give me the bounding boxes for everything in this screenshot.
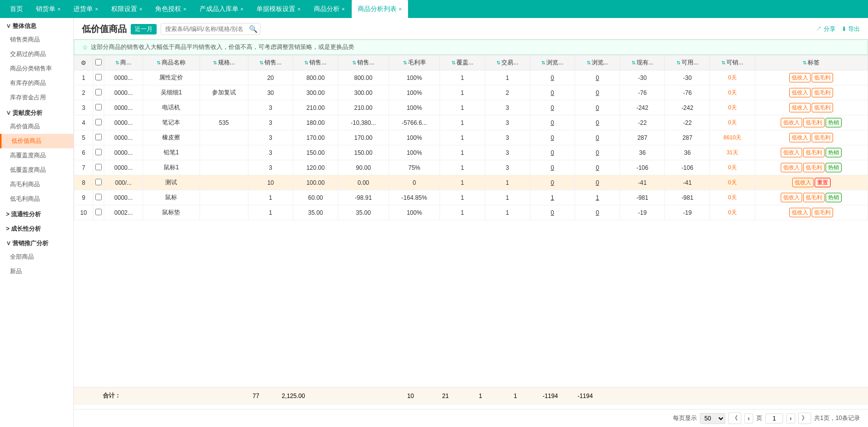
cell-browse1[interactable]: 0 — [530, 70, 575, 85]
cell-browse1[interactable]: 0 — [530, 115, 575, 130]
date-filter-btn[interactable]: 近一月 — [131, 24, 157, 34]
close-template[interactable]: × — [297, 6, 300, 12]
th-sale1[interactable]: ⇅销售... — [248, 55, 293, 70]
sidebar-item-all-goods[interactable]: 全部商品 — [0, 250, 73, 264]
th-margin[interactable]: ⇅毛利率 — [389, 55, 440, 70]
cell-checkbox[interactable] — [93, 85, 104, 100]
close-product-list[interactable]: × — [399, 6, 402, 12]
sidebar-item-low-coverage[interactable]: 低覆盖度商品 — [0, 163, 73, 177]
browse1-link[interactable]: 1 — [551, 194, 554, 201]
sidebar-item-sales-goods[interactable]: 销售类商品 — [0, 32, 73, 47]
sidebar-item-traded-goods[interactable]: 交易过的商品 — [0, 47, 73, 61]
browse1-link[interactable]: 0 — [551, 134, 554, 141]
cell-checkbox[interactable] — [93, 70, 104, 85]
browse2-link[interactable]: 1 — [596, 194, 599, 201]
cell-checkbox[interactable] — [93, 130, 104, 145]
th-trade[interactable]: ⇅交易... — [485, 55, 530, 70]
next-page-btn[interactable]: › — [786, 414, 795, 424]
sidebar-group-marketing[interactable]: ∨ 营销推广分析 — [0, 235, 73, 250]
th-available[interactable]: ⇅可用... — [665, 55, 710, 70]
sidebar-item-category-rate[interactable]: 商品分类销售率 — [0, 61, 73, 76]
browse2-link[interactable]: 0 — [596, 134, 599, 141]
select-all-checkbox[interactable] — [95, 59, 102, 65]
prev-page-btn[interactable]: ‹ — [744, 414, 753, 424]
cell-checkbox[interactable] — [93, 190, 104, 205]
close-roles[interactable]: × — [183, 6, 186, 12]
sidebar-group-circulation[interactable]: > 流通性分析 — [0, 206, 73, 221]
last-page-btn[interactable]: 》 — [798, 413, 811, 424]
cell-checkbox[interactable] — [93, 100, 104, 115]
th-sale3[interactable]: ⇅销售... — [338, 55, 389, 70]
share-btn[interactable]: ↗ 分享 — [816, 25, 835, 33]
sidebar-item-new-goods[interactable]: 新品 — [0, 264, 73, 279]
th-tags[interactable]: ⇅标签 — [755, 55, 868, 70]
row-checkbox[interactable] — [95, 179, 102, 185]
browse2-link[interactable]: 0 — [596, 119, 599, 126]
nav-template[interactable]: 单据模板设置 × — [250, 0, 306, 18]
sidebar-item-stock-goods[interactable]: 有库存的商品 — [0, 76, 73, 90]
nav-purchase[interactable]: 进货单 × — [67, 0, 104, 18]
nav-product-list[interactable]: 商品分析列表 × — [352, 0, 408, 18]
nav-permissions[interactable]: 权限设置 × — [105, 0, 148, 18]
th-browse1[interactable]: ⇅浏览... — [530, 55, 575, 70]
browse2-link[interactable]: 0 — [596, 164, 599, 171]
sidebar-item-low-value[interactable]: 低价值商品 — [0, 134, 73, 148]
cell-browse1[interactable]: 0 — [530, 205, 575, 220]
th-sale2[interactable]: ⇅销售... — [293, 55, 338, 70]
browse2-link[interactable]: 0 — [596, 104, 599, 111]
close-purchase[interactable]: × — [95, 6, 98, 12]
sidebar-item-high-margin[interactable]: 高毛利商品 — [0, 177, 73, 192]
row-checkbox[interactable] — [95, 104, 102, 110]
cell-checkbox[interactable] — [93, 160, 104, 175]
row-checkbox[interactable] — [95, 134, 102, 140]
browse1-link[interactable]: 0 — [551, 89, 554, 96]
cell-checkbox[interactable] — [93, 145, 104, 160]
close-inventory[interactable]: × — [240, 6, 243, 12]
sidebar-item-high-coverage[interactable]: 高覆盖度商品 — [0, 148, 73, 163]
cell-browse1[interactable]: 0 — [530, 160, 575, 175]
cell-browse1[interactable]: 0 — [530, 145, 575, 160]
nav-product-analysis[interactable]: 商品分析 × — [308, 0, 351, 18]
sidebar-group-overall[interactable]: ∨ 整体信息 — [0, 18, 73, 32]
nav-inventory[interactable]: 产成品入库单 × — [194, 0, 249, 18]
close-sales[interactable]: × — [57, 6, 60, 12]
browse2-link[interactable]: 0 — [596, 89, 599, 96]
row-checkbox[interactable] — [95, 89, 102, 95]
sidebar-group-growth[interactable]: > 成长性分析 — [0, 221, 73, 235]
cell-browse1[interactable]: 0 — [530, 175, 575, 190]
search-icon[interactable]: 🔍 — [249, 25, 257, 33]
close-product-analysis[interactable]: × — [342, 6, 345, 12]
th-browse2[interactable]: ⇅浏览... — [575, 55, 620, 70]
th-name[interactable]: ⇅商品名称 — [143, 55, 200, 70]
table-wrap[interactable]: ⚙ ⇅商... ⇅商品名称 ⇅规格... ⇅销售... ⇅销售... ⇅销售..… — [74, 55, 868, 387]
sidebar-group-contribution[interactable]: ∨ 贡献度分析 — [0, 105, 73, 119]
row-checkbox[interactable] — [95, 119, 102, 125]
row-checkbox[interactable] — [95, 164, 102, 170]
browse1-link[interactable]: 0 — [551, 149, 554, 156]
th-current[interactable]: ⇅现有... — [620, 55, 665, 70]
browse2-link[interactable]: 0 — [596, 74, 599, 81]
cell-checkbox[interactable] — [93, 205, 104, 220]
nav-sales[interactable]: 销货单 × — [30, 0, 66, 18]
row-checkbox[interactable] — [95, 149, 102, 155]
sidebar-item-high-value[interactable]: 高价值商品 — [0, 119, 73, 134]
browse1-link[interactable]: 0 — [551, 209, 554, 216]
sidebar-item-stock-value[interactable]: 库存资金占用 — [0, 90, 73, 105]
page-input[interactable] — [765, 414, 783, 424]
cell-checkbox[interactable] — [93, 115, 104, 130]
browse2-link[interactable]: 0 — [596, 209, 599, 216]
th-checkbox[interactable] — [93, 55, 104, 70]
browse2-link[interactable]: 0 — [596, 149, 599, 156]
nav-home[interactable]: 首页 — [4, 0, 29, 18]
cell-browse1[interactable]: 0 — [530, 130, 575, 145]
browse1-link[interactable]: 0 — [551, 119, 554, 126]
nav-roles[interactable]: 角色授权 × — [149, 0, 192, 18]
row-checkbox[interactable] — [95, 209, 102, 215]
th-salable[interactable]: ⇅可销... — [710, 55, 755, 70]
cell-checkbox[interactable] — [93, 175, 104, 190]
browse1-link[interactable]: 0 — [551, 74, 554, 81]
browse1-link[interactable]: 0 — [551, 179, 554, 186]
scrollbar-row[interactable] — [74, 404, 868, 409]
per-page-select[interactable]: 50 100 200 — [700, 413, 725, 424]
close-permissions[interactable]: × — [139, 6, 142, 12]
